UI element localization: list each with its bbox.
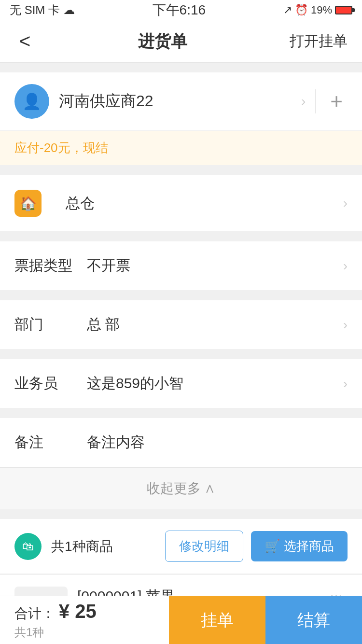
department-row[interactable]: 部门 总 部 › — [0, 300, 362, 350]
ticket-type-label: 票据类型 — [14, 256, 77, 276]
section-gap-7 — [0, 509, 362, 519]
status-bar: 无 SIM 卡 ☁ 下午6:16 ↗ ⏰ 19% — [0, 0, 362, 20]
page-title: 进货单 — [138, 30, 187, 53]
ticket-chevron-icon: › — [343, 258, 348, 274]
section-gap-3 — [0, 232, 362, 241]
salesman-row[interactable]: 业务员 这是859的小智 › — [0, 359, 362, 408]
department-section: 部门 总 部 › — [0, 300, 362, 350]
edit-detail-button[interactable]: 修改明细 — [165, 531, 243, 562]
section-gap-4 — [0, 291, 362, 300]
battery-percent: 19% — [311, 4, 332, 16]
footer-total: 合计： ¥ 25 共1种 — [0, 601, 169, 640]
select-product-label: 选择商品 — [284, 538, 334, 555]
sim-status: 无 SIM 卡 ☁ — [10, 2, 75, 18]
section-gap-6 — [0, 408, 362, 418]
checkout-button[interactable]: 结算 — [265, 596, 362, 644]
back-button[interactable]: < — [14, 26, 35, 57]
notice-bar: 应付-20元，现结 — [0, 131, 362, 166]
footer-total-line: 合计： ¥ 25 — [14, 601, 154, 623]
status-left: 无 SIM 卡 ☁ — [10, 2, 75, 18]
supplier-row[interactable]: 👤 河南供应商22 › + — [0, 72, 362, 131]
divider — [315, 89, 316, 113]
warehouse-icon-bg: 🏠 — [14, 190, 42, 217]
product-count-icon: 🛍 — [14, 533, 42, 560]
warehouse-name: 总仓 — [66, 194, 343, 213]
collapse-more-button[interactable]: 收起更多 ∧ — [0, 467, 362, 509]
battery-icon — [335, 6, 352, 14]
footer-count: 共1种 — [14, 625, 154, 640]
section-gap-1 — [0, 63, 362, 72]
warehouse-icon: 🏠 — [20, 196, 37, 211]
salesman-label: 业务员 — [14, 374, 77, 393]
ticket-type-value: 不开票 — [87, 256, 343, 276]
remark-row[interactable]: 备注 备注内容 — [0, 418, 362, 467]
nav-bar: < 进货单 打开挂单 — [0, 20, 362, 63]
department-chevron-icon: › — [343, 317, 348, 333]
open-hang-button[interactable]: 打开挂单 — [290, 31, 348, 51]
supplier-section: 👤 河南供应商22 › + 应付-20元，现结 — [0, 72, 362, 166]
select-product-button[interactable]: 🛒 选择商品 — [251, 531, 348, 561]
supplier-chevron-icon: › — [301, 94, 306, 109]
section-gap-5 — [0, 350, 362, 359]
warehouse-row[interactable]: 🏠 总仓 › — [0, 175, 362, 232]
avatar-icon: 👤 — [22, 92, 42, 111]
warehouse-chevron-icon: › — [343, 196, 348, 211]
department-value: 总 部 — [87, 315, 343, 335]
product-header: 🛍 共1种商品 修改明细 🛒 选择商品 — [0, 519, 362, 574]
salesman-value: 这是859的小智 — [87, 374, 343, 393]
total-label: 合计： — [14, 606, 55, 621]
ticket-type-row[interactable]: 票据类型 不开票 › — [0, 241, 362, 291]
remark-placeholder: 备注内容 — [87, 433, 348, 452]
remark-label: 备注 — [14, 433, 77, 452]
department-label: 部门 — [14, 315, 77, 335]
supplier-name: 河南供应商22 — [59, 91, 301, 112]
cart-icon: 🛒 — [265, 539, 280, 554]
status-right: ↗ ⏰ 19% — [283, 4, 352, 16]
alarm-icon: ⏰ — [295, 4, 308, 16]
ticket-section: 票据类型 不开票 › — [0, 241, 362, 291]
add-supplier-button[interactable]: + — [325, 89, 348, 113]
salesman-section: 业务员 这是859的小智 › — [0, 359, 362, 408]
supplier-avatar: 👤 — [14, 84, 49, 119]
section-gap-2 — [0, 166, 362, 175]
location-icon: ↗ — [283, 4, 292, 16]
remark-section: 备注 备注内容 — [0, 418, 362, 467]
warehouse-section: 🏠 总仓 › — [0, 175, 362, 232]
bag-icon: 🛍 — [22, 540, 34, 553]
product-count-text: 共1种商品 — [51, 537, 165, 556]
footer-bar: 合计： ¥ 25 共1种 挂单 结算 — [0, 596, 362, 644]
salesman-chevron-icon: › — [343, 376, 348, 392]
hang-order-button[interactable]: 挂单 — [169, 596, 265, 644]
status-time: 下午6:16 — [153, 1, 206, 19]
total-amount: ¥ 25 — [59, 601, 97, 622]
